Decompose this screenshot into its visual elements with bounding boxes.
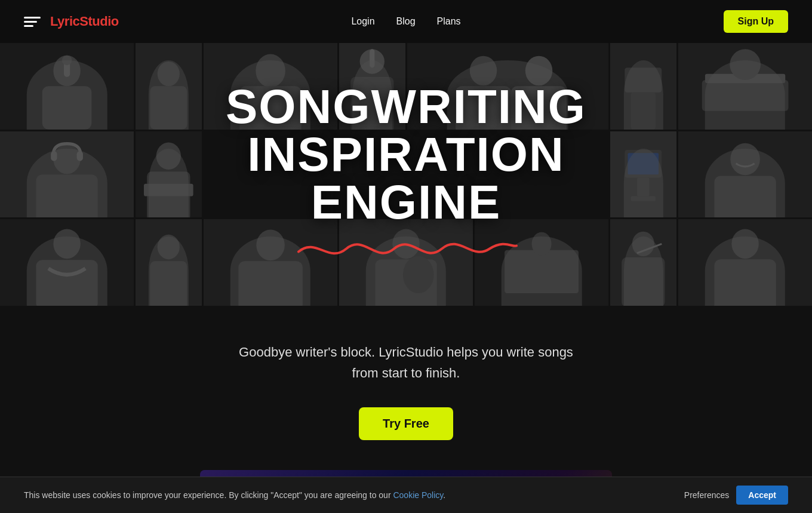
svg-rect-26: [144, 183, 193, 196]
photo-grid: [0, 43, 812, 306]
svg-rect-12: [456, 86, 511, 129]
photo-cell: [0, 43, 134, 130]
cookie-policy-link[interactable]: Cookie Policy: [393, 490, 443, 500]
photo-cell: [0, 219, 134, 306]
svg-rect-23: [77, 151, 83, 161]
svg-point-48: [731, 229, 758, 259]
photo-cell-right1: [610, 131, 676, 218]
svg-rect-14: [511, 86, 567, 129]
navbar-brand: LyricStudio: [24, 14, 119, 29]
svg-point-44: [532, 232, 552, 256]
svg-rect-17: [702, 80, 789, 111]
photo-cell: [204, 219, 337, 306]
svg-rect-30: [631, 196, 656, 201]
photo-cell: [610, 219, 676, 306]
svg-rect-22: [51, 151, 57, 161]
svg-point-19: [730, 49, 761, 80]
svg-point-41: [403, 256, 434, 293]
svg-rect-42: [505, 250, 579, 293]
photo-cell: [0, 131, 134, 218]
svg-rect-1: [42, 86, 92, 129]
svg-point-33: [53, 229, 80, 259]
svg-point-24: [156, 142, 181, 169]
svg-rect-32: [714, 176, 776, 217]
svg-point-13: [525, 56, 552, 86]
navbar-right: Sign Up: [724, 10, 788, 33]
signup-button[interactable]: Sign Up: [724, 10, 788, 33]
svg-point-6: [256, 54, 285, 88]
svg-rect-21: [36, 174, 97, 217]
photo-cell: [339, 43, 405, 130]
svg-rect-16: [631, 93, 656, 130]
svg-rect-40: [375, 259, 436, 306]
photo-cell: [678, 43, 812, 130]
svg-point-31: [730, 143, 760, 175]
cookie-text: This website uses cookies to improve you…: [24, 490, 660, 500]
svg-point-0: [53, 56, 80, 87]
svg-point-37: [256, 230, 285, 261]
svg-rect-2: [64, 62, 70, 77]
svg-point-39: [392, 229, 419, 259]
svg-rect-46: [622, 257, 665, 306]
photo-cell: [610, 43, 676, 130]
cookie-actions: Preferences Accept: [684, 486, 788, 505]
navbar: LyricStudio Login Blog Plans Sign Up: [0, 0, 812, 43]
svg-line-47: [637, 244, 662, 254]
svg-rect-34: [36, 260, 97, 306]
svg-rect-28: [628, 153, 659, 174]
svg-rect-5: [150, 86, 187, 129]
login-link[interactable]: Login: [351, 16, 374, 27]
svg-rect-9: [350, 77, 393, 130]
svg-point-20: [53, 144, 80, 174]
svg-rect-29: [637, 177, 650, 196]
svg-rect-15: [625, 67, 662, 92]
photo-cell-right2: [678, 131, 812, 218]
svg-point-4: [158, 62, 180, 86]
photo-cell: [678, 219, 812, 306]
brand-name: LyricStudio: [50, 14, 119, 29]
hero-section: SONGWRITING INSPIRATION ENGINE: [0, 43, 812, 306]
photo-cell: [204, 43, 337, 130]
svg-rect-36: [150, 262, 187, 306]
svg-rect-49: [714, 259, 776, 306]
plans-link[interactable]: Plans: [437, 16, 461, 27]
svg-rect-10: [370, 49, 374, 67]
main-nav: Login Blog Plans: [351, 16, 460, 27]
accept-button[interactable]: Accept: [736, 486, 788, 505]
svg-rect-18: [705, 74, 785, 83]
svg-point-3: [62, 56, 72, 66]
preferences-button[interactable]: Preferences: [684, 490, 729, 500]
subtitle-text: Goodbye writer's block. LyricStudio help…: [227, 342, 585, 383]
photo-cell: [136, 219, 202, 306]
photo-cell: [407, 43, 609, 130]
svg-point-45: [632, 232, 654, 256]
blog-link[interactable]: Blog: [396, 16, 416, 27]
photo-cell: [136, 131, 202, 218]
svg-rect-25: [147, 171, 190, 218]
photo-cell: [339, 219, 473, 306]
svg-rect-38: [238, 262, 302, 306]
photo-cell: [136, 43, 202, 130]
photo-cell: [475, 219, 608, 306]
try-free-button[interactable]: Try Free: [359, 407, 453, 440]
subtitle-section: Goodbye writer's block. LyricStudio help…: [0, 306, 812, 470]
svg-point-35: [158, 235, 180, 259]
menu-icon[interactable]: [24, 17, 41, 27]
svg-point-11: [469, 56, 496, 86]
cookie-banner: This website uses cookies to improve you…: [0, 477, 812, 513]
svg-rect-7: [239, 86, 301, 129]
